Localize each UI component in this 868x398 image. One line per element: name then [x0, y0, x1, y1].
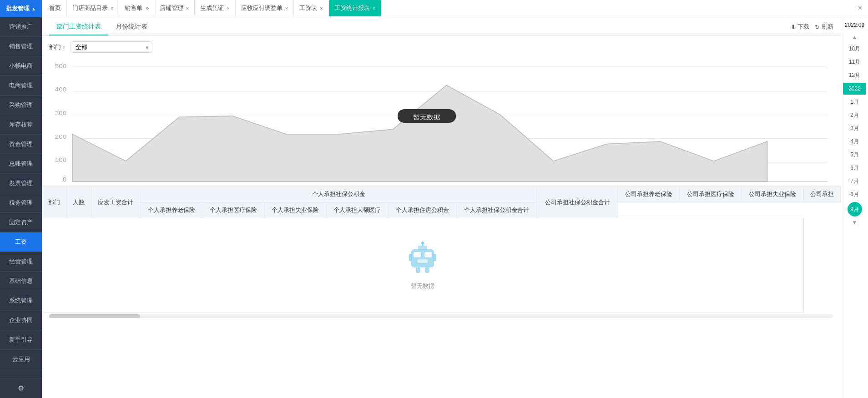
download-button[interactable]: ⬇ 下载: [791, 23, 809, 31]
year-2022-badge[interactable]: 2022: [843, 83, 866, 95]
top-tab-close-sales-order[interactable]: ×: [145, 5, 148, 11]
chart-area: 500 400 300 200 100 0: [42, 58, 841, 186]
date-item-10[interactable]: 10月: [841, 42, 868, 55]
svg-rect-20: [416, 267, 420, 273]
sidebar-item-tax[interactable]: 税务管理: [0, 193, 42, 213]
col-personal-medical: 个人承担医疗保险: [202, 202, 264, 218]
sidebar-item-ledger[interactable]: 总账管理: [0, 154, 42, 174]
top-tab-home[interactable]: 首页: [44, 0, 67, 16]
top-tab-label-production-voucher: 生成凭证: [200, 4, 224, 12]
date-item-4[interactable]: 4月: [841, 135, 868, 148]
date-item-2[interactable]: 2月: [841, 109, 868, 122]
sub-tab-actions: ⬇ 下载 ↻ 刷新: [791, 23, 833, 31]
sidebar-item-invoice[interactable]: 发票管理: [0, 174, 42, 193]
date-item-7[interactable]: 7月: [841, 175, 868, 188]
date-panel-header: 2022.09: [841, 18, 868, 32]
col-company-other: 公司承担: [803, 186, 840, 202]
sidebar-item-sales[interactable]: 销售管理: [0, 37, 42, 56]
sub-tabs: 部门工资统计表月份统计表 ⬇ 下载 ↻ 刷新: [42, 16, 841, 36]
main-area: 首页门店商品目录×销售单×店铺管理×生成凭证×应收应付调整单×工资表×工资统计报…: [42, 0, 868, 398]
date-item-5[interactable]: 5月: [841, 148, 868, 161]
date-item-1[interactable]: 1月: [841, 96, 868, 109]
top-tab-production-voucher[interactable]: 生成凭证×: [195, 0, 235, 16]
sidebar-item-purchase[interactable]: 采购管理: [0, 96, 42, 115]
date-panel-up-button[interactable]: ▲: [850, 32, 859, 42]
svg-text:暂无数据: 暂无数据: [413, 114, 441, 121]
top-tab-close-salary-table[interactable]: ×: [320, 5, 323, 11]
chart-tooltip: 暂无数据: [398, 109, 456, 123]
date-item-11[interactable]: 11月: [841, 55, 868, 69]
sidebar-item-salary[interactable]: 工资: [0, 232, 42, 252]
date-panel-down-button[interactable]: ▼: [850, 217, 859, 227]
date-item-6[interactable]: 6月: [841, 161, 868, 175]
svg-text:400: 400: [55, 86, 67, 93]
top-tab-close-production-voucher[interactable]: ×: [227, 5, 229, 11]
top-tab-salary-table[interactable]: 工资表×: [294, 0, 328, 16]
top-tab-sales-order[interactable]: 销售单×: [119, 0, 154, 16]
settings-icon[interactable]: ⚙: [0, 378, 42, 398]
empty-icon: [404, 240, 441, 277]
top-tab-label-store-catalog: 门店商品目录: [72, 4, 108, 12]
refresh-icon: ↻: [815, 23, 820, 30]
top-tab-label-store-management: 店铺管理: [160, 4, 183, 12]
sidebar-header[interactable]: 批发管理 ▲: [0, 0, 42, 17]
page-content: 部门工资统计表月份统计表 ⬇ 下载 ↻ 刷新 部门： 全: [42, 16, 841, 398]
refresh-button[interactable]: ↻ 刷新: [815, 23, 833, 31]
col-personal-pension: 个人承担养老保险: [141, 202, 202, 218]
sidebar-item-enterprise[interactable]: 企业协同: [0, 311, 42, 330]
top-tabs-bar: 首页门店商品目录×销售单×店铺管理×生成凭证×应收应付调整单×工资表×工资统计报…: [42, 0, 868, 16]
svg-text:500: 500: [55, 63, 67, 70]
sidebar-item-operations[interactable]: 经营管理: [0, 252, 42, 272]
col-personal-major-medical: 个人承担大额医疗: [326, 202, 388, 218]
top-tab-close-salary-report[interactable]: ×: [373, 5, 375, 11]
date-item-9-active[interactable]: 9月: [848, 202, 862, 217]
top-tab-close-store-catalog[interactable]: ×: [111, 5, 113, 11]
sidebar-item-basic[interactable]: 基础信息: [0, 272, 42, 291]
svg-rect-18: [409, 254, 412, 261]
date-item-3[interactable]: 3月: [841, 122, 868, 135]
top-tab-label-home: 首页: [49, 4, 61, 12]
window-close-btn[interactable]: ✕: [854, 3, 866, 13]
date-item-8[interactable]: 8月: [841, 188, 868, 201]
col-company-unemployment: 公司承担失业保险: [742, 186, 803, 202]
svg-rect-17: [417, 259, 428, 263]
dept-filter-select[interactable]: 全部 销售部 财务部 技术部 行政部: [71, 41, 152, 53]
sidebar-title: 批发管理: [6, 5, 30, 13]
scrollbar-area[interactable]: [42, 312, 841, 320]
top-tab-store-catalog[interactable]: 门店商品目录×: [67, 0, 119, 16]
sub-tab-dept-stats[interactable]: 部门工资统计表: [49, 20, 108, 35]
sidebar-item-system[interactable]: 系统管理: [0, 291, 42, 311]
top-tab-store-management[interactable]: 店铺管理×: [154, 0, 195, 16]
sidebar-item-guide[interactable]: 新手引导: [0, 330, 42, 350]
sidebar-item-ecommerce[interactable]: 电商管理: [0, 76, 42, 96]
sidebar-item-marketing[interactable]: 营销推广: [0, 17, 42, 37]
date-item-12[interactable]: 12月: [841, 69, 868, 82]
svg-text:200: 200: [55, 133, 67, 140]
svg-rect-21: [425, 267, 429, 273]
top-tab-label-salary-table: 工资表: [299, 4, 317, 12]
dept-filter-wrapper: 全部 销售部 财务部 技术部 行政部: [71, 41, 152, 53]
chart-area-fill: [72, 85, 767, 181]
top-tab-salary-report[interactable]: 工资统计报表×: [329, 0, 381, 16]
table-wrapper[interactable]: 部门 人数 应发工资合计 个人承担社保公积金 公司承担社保公积金合计 公司承担养…: [42, 186, 841, 398]
sidebar-item-finance[interactable]: 资金管理: [0, 135, 42, 154]
top-tab-close-store-management[interactable]: ×: [186, 5, 189, 11]
horizontal-scrollbar-thumb[interactable]: [49, 314, 140, 318]
sidebar-item-assets[interactable]: 固定资产: [0, 213, 42, 232]
top-tab-close-receivables[interactable]: ×: [285, 5, 288, 11]
dept-filter-label: 部门：: [49, 43, 67, 51]
download-icon: ⬇: [791, 23, 796, 30]
empty-row: 暂无数据: [42, 218, 804, 312]
svg-rect-14: [411, 249, 434, 267]
top-tab-receivables[interactable]: 应收应付调整单×: [236, 0, 294, 16]
sidebar-item-inventory[interactable]: 库存核算: [0, 115, 42, 135]
horizontal-scrollbar-track[interactable]: [49, 314, 833, 318]
sidebar-item-ecommerce-small[interactable]: 小畅电商: [0, 56, 42, 76]
svg-text:0: 0: [63, 176, 67, 183]
sidebar-item-cloud[interactable]: 云应用: [0, 350, 42, 369]
sidebar-bottom: ⚙: [0, 378, 42, 398]
col-personal-housing: 个人承担住房公积金: [388, 202, 456, 218]
col-personal-unemployment: 个人承担失业保险: [264, 202, 326, 218]
sub-tab-month-stats[interactable]: 月份统计表: [108, 20, 155, 35]
svg-rect-22: [418, 246, 427, 250]
